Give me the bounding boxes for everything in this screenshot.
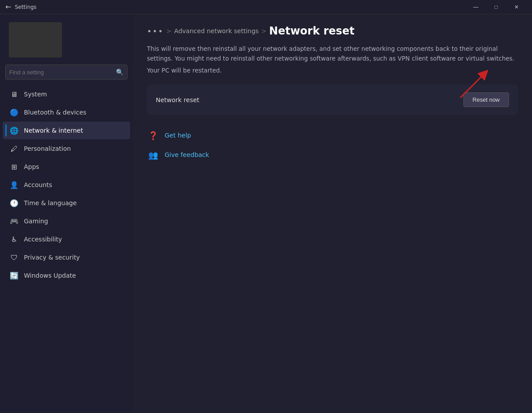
breadcrumb-current: Network reset	[269, 25, 355, 37]
sidebar-item-label-apps: Apps	[24, 163, 39, 170]
sidebar-item-personalization[interactable]: 🖊Personalization	[3, 140, 130, 157]
apps-icon: ⊞	[10, 162, 19, 171]
sidebar-item-network[interactable]: 🌐Network & internet	[3, 122, 130, 139]
links-section: ❓Get help👥Give feedback	[147, 126, 518, 164]
sidebar-item-bluetooth[interactable]: 🔵Bluetooth & devices	[3, 103, 130, 121]
sidebar-item-system[interactable]: 🖥System	[3, 85, 130, 103]
sidebar-item-privacy[interactable]: 🛡Privacy & security	[3, 249, 130, 266]
sidebar-item-label-accessibility: Accessibility	[24, 236, 62, 243]
system-icon: 🖥	[10, 90, 19, 99]
accounts-icon: 👤	[10, 180, 19, 189]
search-icon: 🔍	[116, 69, 123, 76]
reset-card-label: Network reset	[156, 96, 199, 103]
personalization-icon: 🖊	[10, 144, 19, 153]
link-item-get-help[interactable]: ❓Get help	[147, 126, 518, 145]
title-bar: ← Settings — □ ✕	[0, 0, 532, 14]
app-container: 🔍 🖥System🔵Bluetooth & devices🌐Network & …	[0, 14, 532, 413]
search-box[interactable]: 🔍	[5, 65, 127, 80]
breadcrumb-dots[interactable]: •••	[147, 27, 164, 36]
reset-now-button[interactable]: Reset now	[463, 92, 509, 107]
accessibility-icon: ♿	[10, 235, 19, 244]
breadcrumb-sep1: >	[166, 27, 172, 34]
nav-list: 🖥System🔵Bluetooth & devices🌐Network & in…	[0, 85, 133, 285]
sidebar-item-label-bluetooth: Bluetooth & devices	[24, 109, 86, 116]
bluetooth-icon: 🔵	[10, 108, 19, 117]
update-icon: 🔄	[10, 271, 19, 280]
network-reset-card: Network reset Reset now	[147, 84, 518, 115]
get-help-icon: ❓	[147, 129, 159, 141]
title-bar-left: ← Settings	[5, 3, 37, 11]
sidebar-item-time[interactable]: 🕐Time & language	[3, 194, 130, 212]
main-description: This will remove then reinstall all your…	[147, 44, 518, 63]
sidebar-item-accessibility[interactable]: ♿Accessibility	[3, 230, 130, 248]
breadcrumb: ••• > Advanced network settings > Networ…	[147, 25, 518, 37]
window-controls: — □ ✕	[466, 0, 527, 14]
sub-description: Your PC will be restarted.	[147, 67, 518, 74]
sidebar-item-apps[interactable]: ⊞Apps	[3, 158, 130, 176]
sidebar-item-label-network: Network & internet	[24, 127, 83, 134]
sidebar-item-label-personalization: Personalization	[24, 145, 71, 152]
get-help-label[interactable]: Get help	[165, 132, 191, 139]
gaming-icon: 🎮	[10, 217, 19, 226]
privacy-icon: 🛡	[10, 253, 19, 262]
main-content: ••• > Advanced network settings > Networ…	[133, 14, 532, 413]
time-icon: 🕐	[10, 199, 19, 207]
reset-card-container: Network reset Reset now	[147, 84, 518, 115]
app-title: Settings	[15, 4, 36, 10]
sidebar-item-label-accounts: Accounts	[24, 181, 52, 188]
breadcrumb-sep2: >	[261, 27, 266, 34]
sidebar-item-update[interactable]: 🔄Windows Update	[3, 267, 130, 284]
back-icon[interactable]: ←	[5, 3, 11, 11]
sidebar-item-label-privacy: Privacy & security	[24, 254, 80, 261]
sidebar-item-label-gaming: Gaming	[24, 218, 48, 225]
user-avatar	[9, 22, 62, 57]
give-feedback-icon: 👥	[147, 149, 159, 161]
sidebar: 🔍 🖥System🔵Bluetooth & devices🌐Network & …	[0, 14, 133, 413]
sidebar-item-label-system: System	[24, 91, 47, 98]
sidebar-item-accounts[interactable]: 👤Accounts	[3, 176, 130, 194]
sidebar-item-label-update: Windows Update	[24, 272, 76, 279]
sidebar-item-label-time: Time & language	[24, 199, 77, 206]
link-item-give-feedback[interactable]: 👥Give feedback	[147, 145, 518, 164]
maximize-button[interactable]: □	[486, 0, 506, 14]
give-feedback-label[interactable]: Give feedback	[165, 151, 209, 158]
network-icon: 🌐	[10, 126, 19, 135]
close-button[interactable]: ✕	[506, 0, 527, 14]
sidebar-item-gaming[interactable]: 🎮Gaming	[3, 212, 130, 230]
search-input[interactable]	[9, 69, 116, 76]
minimize-button[interactable]: —	[466, 0, 486, 14]
breadcrumb-link1[interactable]: Advanced network settings	[174, 27, 259, 34]
